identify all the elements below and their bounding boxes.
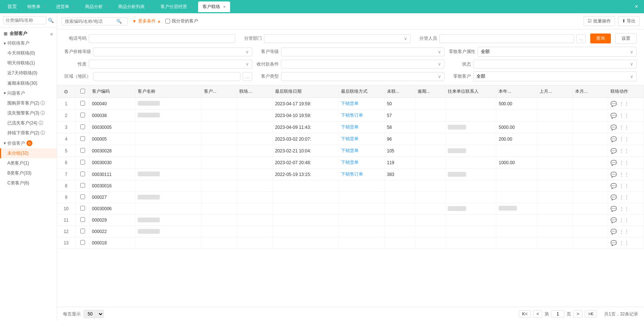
row-checkbox[interactable] — [80, 229, 85, 233]
phone-action-icon[interactable]: 💬 — [610, 113, 617, 119]
sidebar-item-declining[interactable]: 持续下滑客户(2) ⓘ — [0, 128, 57, 138]
nav-tab-sales[interactable]: 销售单 × — [23, 1, 50, 12]
prev-page-button[interactable]: < — [533, 310, 542, 318]
nav-tab-analysis[interactable]: 商品分析 × — [81, 1, 112, 12]
row-checkbox[interactable] — [80, 217, 85, 222]
table-settings-icon[interactable]: ⚙ — [64, 89, 68, 95]
sidebar-search-input[interactable] — [3, 16, 46, 24]
row-checkbox[interactable] — [80, 183, 85, 188]
more-action-icon[interactable]: ⋮⋮ — [619, 160, 629, 166]
row-checkbox[interactable] — [80, 172, 85, 176]
payment-select[interactable]: ∨ — [281, 60, 444, 68]
nav-tab-analysis-list-close[interactable]: × — [148, 4, 150, 9]
row-checkbox[interactable] — [80, 136, 85, 141]
sidebar-item-ungroup[interactable]: 未分组(32) — [0, 148, 57, 158]
contact-method-link[interactable]: 下销售订单 — [341, 113, 363, 118]
more-action-icon[interactable]: ⋮⋮ — [619, 240, 629, 246]
batch-operations-button[interactable]: ☑ 批量操作 — [584, 16, 615, 26]
more-action-icon[interactable]: ⋮⋮ — [619, 148, 629, 154]
more-action-icon[interactable]: ⋮⋮ — [619, 206, 629, 212]
phone-action-icon[interactable]: 💬 — [610, 183, 617, 189]
first-page-button[interactable]: K< — [519, 310, 531, 318]
region-input[interactable] — [93, 72, 240, 81]
filter-search-icon[interactable]: 🔍 — [116, 19, 122, 24]
nav-tab-purchase-close[interactable]: × — [72, 4, 74, 9]
row-checkbox[interactable] — [80, 160, 85, 165]
phone-action-icon[interactable]: 💬 — [610, 217, 617, 223]
nav-home[interactable]: 首页 — [3, 1, 21, 12]
reset-button[interactable]: 设置 — [615, 33, 637, 44]
refresh-badge[interactable]: ↻ — [27, 140, 32, 146]
dept-select[interactable]: ∨ — [264, 34, 411, 43]
phone-action-icon[interactable]: 💬 — [610, 124, 617, 130]
sidebar-collapse-icon[interactable]: « — [50, 31, 53, 37]
contact-method-link[interactable]: 下销货单 — [341, 160, 359, 165]
more-action-icon[interactable]: ⋮⋮ — [619, 229, 629, 234]
nav-tab-analysis-list[interactable]: 商品分析列表 × — [114, 1, 154, 12]
export-button[interactable]: ⬆ 导出 — [618, 16, 640, 26]
next-page-button[interactable]: > — [573, 310, 583, 318]
sidebar-group-pending[interactable]: ▾ 待联络客户 — [0, 38, 57, 48]
my-customers-checkbox[interactable] — [165, 19, 170, 24]
sidebar-item-overdue[interactable]: 逾期未联络(30) — [0, 78, 57, 88]
sidebar-item-today[interactable]: 今天待联络(0) — [0, 48, 57, 58]
last-page-button[interactable]: >K — [585, 310, 597, 318]
phone-action-icon[interactable]: 💬 — [610, 172, 617, 177]
price-level-select[interactable]: ∨ — [93, 47, 252, 56]
more-action-icon[interactable]: ⋮⋮ — [619, 136, 629, 142]
more-action-icon[interactable]: ⋮⋮ — [619, 217, 629, 223]
sidebar-item-class-a[interactable]: A类客户(1) — [0, 158, 57, 168]
nav-tab-customer-contact-close[interactable]: × — [223, 4, 225, 9]
sidebar-item-class-b[interactable]: B类客户(33) — [0, 168, 57, 178]
more-action-icon[interactable]: ⋮⋮ — [619, 113, 629, 119]
contact-method-link[interactable]: 下销货单 — [341, 124, 359, 130]
more-action-icon[interactable]: ⋮⋮ — [619, 183, 629, 189]
phone-action-icon[interactable]: 💬 — [610, 148, 617, 154]
phone-action-icon[interactable]: 💬 — [610, 206, 617, 212]
sidebar-item-churn-warn[interactable]: 流失预警客户(3) ⓘ — [0, 108, 57, 118]
row-checkbox[interactable] — [80, 101, 85, 106]
phone-action-icon[interactable]: 💬 — [610, 136, 617, 142]
all-customers-header[interactable]: ⊞ 全部客户 « — [0, 28, 57, 38]
more-action-icon[interactable]: ⋮⋮ — [619, 172, 629, 177]
nav-tab-purchase[interactable]: 进货单 × — [52, 1, 79, 12]
more-action-icon[interactable]: ⋮⋮ — [619, 124, 629, 130]
contact-method-link[interactable]: 下销货单 — [341, 148, 359, 153]
row-checkbox[interactable] — [80, 206, 85, 211]
retail-attr-select[interactable]: 全部 ∨ — [478, 47, 637, 57]
sidebar-item-tomorrow[interactable]: 明天待联络(1) — [0, 58, 57, 68]
nav-tab-analysis-close[interactable]: × — [106, 4, 108, 9]
phone-action-icon[interactable]: 💬 — [610, 240, 617, 246]
nav-tab-customer-contact[interactable]: 客户联络 × — [198, 1, 230, 12]
contact-method-link[interactable]: 下销货单 — [341, 101, 359, 106]
more-action-icon[interactable]: ⋮⋮ — [619, 101, 629, 107]
person-input[interactable] — [439, 34, 574, 43]
page-size-select[interactable]: 50 100 200 — [84, 310, 104, 318]
nature-select[interactable]: ∨ — [89, 60, 252, 68]
row-checkbox[interactable] — [80, 240, 85, 245]
more-action-icon[interactable]: ⋮⋮ — [619, 194, 629, 200]
row-checkbox[interactable] — [80, 194, 85, 199]
status-select[interactable]: ∨ — [473, 60, 637, 68]
filter-search-input[interactable] — [65, 19, 116, 24]
close-all-tabs[interactable]: × — [632, 3, 641, 10]
nav-tab-sales-close[interactable]: × — [43, 4, 46, 9]
select-all-checkbox[interactable] — [80, 89, 85, 94]
phone-input[interactable] — [89, 34, 235, 43]
sidebar-item-abnormal[interactable]: 囤购异常客户(2) ⓘ — [0, 98, 57, 108]
retail-select[interactable]: 全部 ∨ — [473, 71, 637, 81]
sidebar-search-icon[interactable]: 🔍 — [48, 18, 54, 23]
sidebar-item-churned[interactable]: 已流失客户(24) ⓘ — [0, 118, 57, 128]
customer-type-select[interactable]: ∨ — [281, 72, 444, 81]
query-button[interactable]: 查询 — [590, 33, 611, 43]
sidebar-item-class-c[interactable]: C类客户(6) — [0, 178, 57, 188]
nav-tab-customer-tier-close[interactable]: × — [190, 4, 192, 9]
filter-more-conditions[interactable]: ▼ 更多条件 ▲ — [132, 18, 161, 24]
phone-action-icon[interactable]: 💬 — [610, 194, 617, 200]
sidebar-group-value[interactable]: ▾ 价值客户 ↻ — [0, 138, 57, 148]
page-number-input[interactable] — [551, 310, 564, 318]
region-more-icon[interactable]: … — [243, 72, 252, 81]
filter-my-customers[interactable]: 我分管的客户 — [165, 18, 198, 24]
sidebar-item-7days[interactable]: 近7天待联络(0) — [0, 68, 57, 78]
sidebar-group-problem[interactable]: ▾ 问题客户 — [0, 88, 57, 98]
